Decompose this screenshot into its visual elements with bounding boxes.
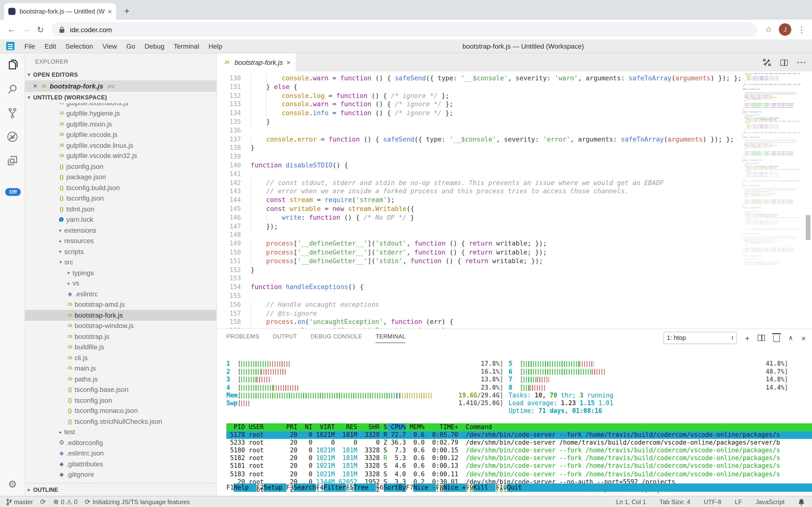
sync-icon[interactable]: ⟳ <box>40 498 46 506</box>
git-branch-item[interactable]: master <box>6 498 33 506</box>
new-terminal-icon[interactable]: + <box>745 334 750 342</box>
fkey-f8[interactable]: F8Nice + <box>436 484 466 492</box>
explorer-icon[interactable] <box>0 53 25 77</box>
close-panel-icon[interactable]: × <box>801 334 806 342</box>
menu-terminal[interactable]: Terminal <box>169 42 204 50</box>
open-editors-header[interactable]: ▾ OPEN EDITORS <box>25 69 216 80</box>
process-row[interactable]: 5183 root 20 0 1021M 181M 3328 S 4.0 0.6… <box>226 470 812 478</box>
process-row[interactable]: 5182 root 20 0 1021M 181M 3328 R 5.3 0.6… <box>226 454 812 462</box>
menu-selection[interactable]: Selection <box>61 42 98 50</box>
file-row[interactable]: {}tsconfig.build.json <box>25 182 216 193</box>
file-row[interactable]: JSbootstrap-fork.js <box>25 310 216 321</box>
file-row[interactable]: {}tsconfig.json <box>25 193 216 204</box>
file-row[interactable]: ▾src <box>25 257 216 267</box>
file-row[interactable]: ◈.gitignore <box>25 469 216 480</box>
extensions-icon[interactable] <box>0 149 25 173</box>
menu-help[interactable]: Help <box>204 42 227 50</box>
file-row[interactable]: ▸extensions <box>25 225 216 236</box>
file-row[interactable]: ▸scripts <box>25 246 216 257</box>
terminal-select[interactable]: 1: htop ▴▾ <box>663 332 737 344</box>
file-row[interactable]: {}package.json <box>25 172 216 182</box>
panel-tab-debug-console[interactable]: DEBUG CONSOLE <box>310 333 362 343</box>
status-item[interactable]: LF <box>735 498 742 506</box>
new-tab-button[interactable]: + <box>124 6 129 17</box>
file-row[interactable]: JSbootstrap-amd.js <box>25 299 216 310</box>
app-logo-icon[interactable] <box>6 42 14 50</box>
menu-view[interactable]: View <box>98 42 122 50</box>
file-row[interactable]: {}tsconfig.strictNullChecks.json <box>25 416 216 427</box>
panel-tab-output[interactable]: OUTPUT <box>273 333 297 343</box>
file-row[interactable]: JSpaths.js <box>25 374 216 384</box>
url-bar[interactable]: ide.coder.com <box>52 22 757 37</box>
problems-item[interactable]: ⊗ 0 ⚠ 0 <box>53 498 78 506</box>
file-row[interactable]: JSgulpfile.mixin.js <box>25 119 216 129</box>
file-row[interactable]: JSgulpfile.hygiene.js <box>25 108 216 119</box>
browser-menu-icon[interactable]: ⋮ <box>794 25 809 35</box>
file-row[interactable]: {}tsconfig.json <box>25 395 216 405</box>
split-terminal-icon[interactable] <box>758 335 765 341</box>
menu-go[interactable]: Go <box>122 42 140 50</box>
bookmark-star-icon[interactable]: ☆ <box>761 25 776 34</box>
split-editor-icon[interactable] <box>780 59 788 65</box>
kill-terminal-icon[interactable] <box>773 335 780 342</box>
file-row[interactable]: ▸resources <box>25 236 216 246</box>
file-row[interactable]: ▸typings <box>25 267 216 278</box>
file-row[interactable]: {}tslint.json <box>25 204 216 214</box>
file-row[interactable]: {}tsconfig.base.json <box>25 384 216 395</box>
menu-file[interactable]: File <box>19 42 40 50</box>
file-row[interactable]: ◆.eslintrc.json <box>25 448 216 459</box>
workspace-header[interactable]: ▾ UNTITLED (WORKSPACE) <box>25 92 216 103</box>
file-row[interactable]: {}jsconfig.json <box>25 161 216 172</box>
file-row[interactable]: JSmain.js <box>25 363 216 374</box>
close-editor-icon[interactable]: ✕ <box>31 83 40 90</box>
editor-tab[interactable]: JS bootstrap-fork.js × <box>217 53 296 72</box>
back-icon[interactable]: ← <box>4 25 19 34</box>
fkey-f4[interactable]: F4Filter <box>316 484 346 492</box>
file-row[interactable]: JScli.js <box>25 352 216 363</box>
avatar[interactable]: J <box>779 23 791 36</box>
fkey-f3[interactable]: F3Search <box>286 484 316 492</box>
file-row[interactable]: ⚙.editorconfig <box>25 437 216 448</box>
settings-gear-icon[interactable]: ⚙ <box>0 478 25 490</box>
open-editor-item[interactable]: ✕ JS bootstrap-fork.js src <box>25 80 216 92</box>
file-row[interactable]: JSgulpfile.vscode.win32.js <box>25 151 216 161</box>
forward-icon[interactable]: → <box>19 25 33 34</box>
fkey-f6[interactable]: F6SortBy <box>376 484 406 492</box>
status-item[interactable]: UTF-8 <box>704 498 721 506</box>
more-actions-icon[interactable]: ··· <box>797 58 807 67</box>
maximize-panel-icon[interactable]: ∧ <box>788 334 793 342</box>
file-row[interactable]: {}tsconfig.monaco.json <box>25 405 216 416</box>
file-row[interactable]: JSbootstrap-window.js <box>25 321 216 331</box>
fkey-f1[interactable]: F1Help <box>226 484 256 492</box>
fkey-f2[interactable]: F2Setup <box>256 484 286 492</box>
file-row[interactable]: ◈.gitattributes <box>25 459 216 469</box>
collaboration-off-badge[interactable]: Off <box>5 188 21 196</box>
minimap[interactable] <box>742 72 802 265</box>
file-row[interactable]: ▸vs <box>25 278 216 289</box>
fkey-f7[interactable]: F7Nice - <box>406 484 436 492</box>
open-changes-icon[interactable] <box>763 59 771 66</box>
fkey-f9[interactable]: F9Kill <box>466 484 496 492</box>
browser-tab[interactable]: bootstrap-fork.js — Untitled (W × <box>4 3 116 20</box>
fkey-f5[interactable]: F5Tree <box>346 484 376 492</box>
file-row[interactable]: ▸test <box>25 427 216 437</box>
reload-icon[interactable]: ↻ <box>33 25 48 35</box>
process-row[interactable]: 5181 root 20 0 1021M 181M 3328 S 4.6 0.6… <box>226 462 812 470</box>
code-editor[interactable]: 130console.warn = function () { safeSend… <box>217 72 812 329</box>
menu-debug[interactable]: Debug <box>140 42 169 50</box>
file-row[interactable]: JSbootstrap.js <box>25 331 216 342</box>
status-item[interactable]: JavaScript <box>755 498 785 506</box>
process-row[interactable]: 5178 root 20 0 1021M 181M 3328 R 72.7 0.… <box>226 431 812 439</box>
menu-edit[interactable]: Edit <box>40 42 61 50</box>
file-row[interactable]: yarn.lock <box>25 214 216 225</box>
process-row[interactable]: 5180 root 20 0 1021M 181M 3328 S 7.3 0.6… <box>226 447 812 455</box>
panel-tab-problems[interactable]: PROBLEMS <box>226 333 259 343</box>
debug-disabled-icon[interactable] <box>0 125 25 149</box>
source-control-icon[interactable] <box>0 101 25 125</box>
file-row[interactable]: ◆.eslintrc <box>25 289 216 299</box>
language-status-item[interactable]: ⟳ Initializing JS/TS language features <box>85 498 190 506</box>
fkey-f10[interactable]: F10Quit <box>496 484 812 492</box>
file-row[interactable]: JSgulpfile.extensions.js <box>25 103 216 108</box>
file-row[interactable]: JSgulpfile.vscode.linux.js <box>25 140 216 151</box>
status-item[interactable]: Ln 1, Col 1 <box>616 498 646 506</box>
